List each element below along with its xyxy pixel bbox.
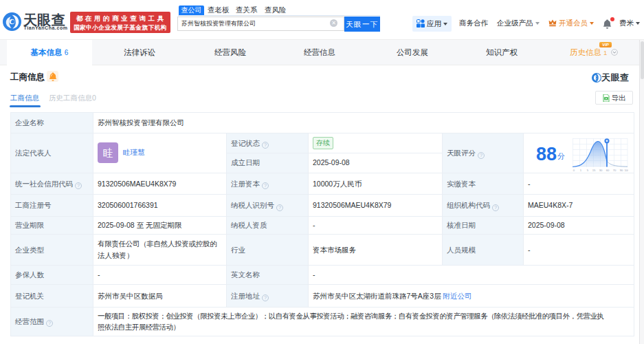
svg-text:70: 70 bbox=[613, 168, 617, 171]
svg-text:100: 100 bbox=[625, 168, 629, 171]
svg-text:0: 0 bbox=[573, 168, 575, 171]
svg-text:30: 30 bbox=[599, 168, 603, 171]
svg-text:5: 5 bbox=[587, 168, 589, 171]
svg-text:15: 15 bbox=[592, 168, 596, 171]
svg-text:1: 1 bbox=[580, 168, 582, 171]
svg-text:60: 60 bbox=[606, 168, 610, 171]
svg-text:90: 90 bbox=[620, 168, 623, 171]
